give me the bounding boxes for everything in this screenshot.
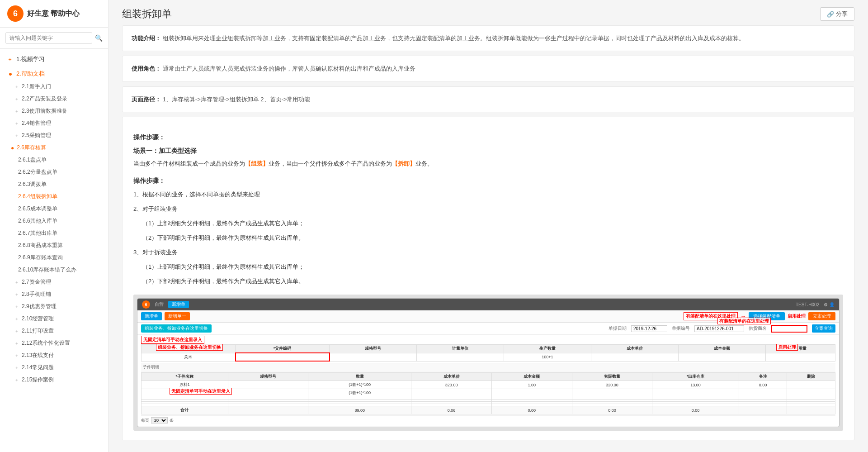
sidebar-item-custom[interactable]: ＋ 2.12系统个性化设置 (0, 337, 108, 349)
ss-parent-table: *父件名称 *父件编码 规格型号 计量单位 生产数量 成本单价 成本金额 可用量 (141, 344, 835, 362)
sidebar-item-split-count[interactable]: 2.6.2分量盘点单 (0, 166, 108, 178)
ss-new-tab[interactable]: 新增单 (168, 301, 189, 308)
path-text: 1、库存核算->库存管理->组装拆卸单 2、首页->常用功能 (163, 96, 311, 103)
plus-icon-small: ＋ (14, 328, 19, 334)
search-button[interactable]: 🔍 (95, 34, 103, 42)
plus-icon-small: ＋ (14, 133, 19, 139)
sidebar-item-other-out[interactable]: 2.6.7其他出库单 (0, 227, 108, 239)
ss-annotation-manual: 无固定清单可手动在这里录入 (141, 336, 204, 344)
table-row: 关木 100+1 (142, 353, 835, 361)
ss-page-size[interactable]: 20 (151, 417, 168, 423)
highlight-disassembly: 【拆卸】 (392, 160, 415, 167)
scenario1-heading: 场景一：加工类型选择 (133, 147, 843, 155)
sidebar-item-ledger-check[interactable]: 2.6.9库存账本查询 (0, 252, 108, 264)
nav-tree: ＋ 1.视频学习 ● 2.帮助文档 ＋ 2.1新手入门 ＋ 2.2产品安装及登录 (0, 49, 108, 452)
table-row: 原料1 (1套+1)*100 320.00 1.00 320.00 13.00 … (142, 381, 835, 389)
step3-sub1: （1）上部明细为父件明细，最终作为原材料生成其它出库单； (142, 261, 843, 273)
ss-btn-confirm[interactable]: 立案处理 (808, 312, 835, 320)
ss-logo: 6 (142, 300, 150, 309)
table-row: 原料2 (1套+1)*100 (142, 389, 835, 397)
intro-text: 组装拆卸单用来处理企业组装或拆卸等加工业务，支持有固定装配清单的产品加工业务，也… (163, 35, 745, 42)
sidebar-item-purchase-label: 2.5采购管理 (22, 132, 51, 139)
ss-date-input[interactable] (631, 325, 667, 332)
table-footer-row: 合计 89.00 0.06 0.00 0.00 0.00 (142, 406, 835, 414)
ss-btn-prev[interactable]: 新增单一 (165, 312, 190, 320)
ss-annotation-right: 启用处理 (788, 313, 806, 319)
search-box: 🔍 (0, 28, 108, 49)
step1: 1、根据不同的业务，选择不同单据的类型来处理 (133, 189, 843, 200)
ss-id-input[interactable] (694, 325, 744, 332)
ss-pagination: 每页 (141, 418, 149, 423)
sidebar-item-purchase[interactable]: ＋ 2.5采购管理 (0, 129, 108, 142)
sidebar-item-data-prep[interactable]: ＋ 2.3使用前数据准备 (0, 105, 108, 117)
ops-heading: 操作步骤： (133, 133, 843, 142)
scenario1-desc: 当由多个子件材料组装成一个成品的业务为【组装】业务，当由一个父件拆分成多个子产品… (133, 158, 843, 170)
step2-sub1: （1）上部明细为父件明细，最终作为产成品生成其它入库单； (142, 218, 843, 229)
plus-icon-small: ＋ (14, 304, 19, 310)
sidebar-item-faq[interactable]: ＋ 2.14常见问题 (0, 362, 108, 374)
share-button[interactable]: 🔗 分享 (820, 7, 854, 21)
sidebar-item-ledger-error[interactable]: 2.6.10库存账本错了么办 (0, 264, 108, 276)
plus-icon: ＋ (7, 56, 14, 63)
plus-icon-small: ＋ (14, 120, 19, 127)
plus-icon-small: ＋ (14, 96, 19, 102)
sidebar-item-stock-count[interactable]: 2.6.1盘点单 (0, 154, 108, 166)
steps-heading: 操作步骤： (133, 177, 843, 185)
role-block: 使用角色： 通常由生产人员或库管人员完成拆装业务的操作，库管人员确认原材料的出库… (122, 56, 854, 81)
step3: 3、对于拆装业务 (133, 247, 843, 258)
step2: 2、对于组装业务 (133, 203, 843, 215)
plus-icon-small: ＋ (14, 377, 19, 383)
sidebar-header: 6 好生意 帮助中心 (0, 0, 108, 28)
ss-icons: ⚙ 👤 (824, 302, 835, 307)
content-area: 功能介绍： 组装拆卸单用来处理企业组装或拆卸等加工业务，支持有固定装配清单的产品… (108, 25, 868, 452)
page-title: 组装拆卸单 (122, 7, 172, 21)
plus-icon-small: ＋ (14, 316, 19, 322)
intro-block: 功能介绍： 组装拆卸单用来处理企业组装或拆卸等加工业务，支持有固定装配清单的产品… (122, 25, 854, 51)
sidebar-item-video[interactable]: ＋ 1.视频学习 (0, 52, 108, 66)
nav-section-help-doc: ● 2.帮助文档 ＋ 2.1新手入门 ＋ 2.2产品安装及登录 ＋ 2.3使用前… (0, 67, 108, 386)
nav-sub-items-help-doc: ＋ 2.1新手入门 ＋ 2.2产品安装及登录 ＋ 2.3使用前数据准备 ＋ 2.… (0, 81, 108, 386)
sidebar-item-capital[interactable]: ＋ 2.7资金管理 (0, 276, 108, 288)
sidebar-item-install[interactable]: ＋ 2.2产品安装及登录 (0, 93, 108, 105)
sidebar-item-newbie[interactable]: ＋ 2.1新手入门 (0, 81, 108, 93)
nav-section-video: ＋ 1.视频学习 (0, 52, 108, 66)
annotation-overlay-switch: 组装业务、拆卸业务在这里切换 (156, 343, 223, 351)
sidebar-item-print[interactable]: ＋ 2.11打印设置 (0, 325, 108, 337)
step3-sub2: （2）下部明细为子件明细，最终作为产成品生成其它入库单。 (142, 276, 843, 287)
sidebar-item-sales[interactable]: ＋ 2.4销售管理 (0, 117, 108, 129)
ss-field-label1: 单据日期 (609, 325, 627, 332)
ss-page-info: 条 (170, 418, 174, 423)
nav-sub-sub-items-inventory: 2.6.1盘点单 2.6.2分量盘点单 2.6.3调拨单 2.6.4组装拆卸单 … (0, 154, 108, 276)
ss-title: 自营 (155, 301, 164, 308)
sidebar-item-other-in[interactable]: 2.6.6其他入库单 (0, 215, 108, 227)
sidebar-item-cost-calc[interactable]: 2.6.8商品成本重算 (0, 239, 108, 252)
ss-search-field: 供货商名 (749, 325, 767, 332)
ss-btn-new[interactable]: 新增单 (141, 312, 162, 320)
plus-icon-small: ＋ (14, 340, 19, 347)
sidebar-item-help-doc[interactable]: ● 2.帮助文档 (0, 67, 108, 81)
app-title: 好生意 帮助中心 (27, 9, 80, 19)
logo-icon: 6 (7, 5, 24, 22)
sidebar-item-newbie-label: 2.1新手入门 (22, 83, 51, 90)
sidebar-item-inventory[interactable]: ● 2.6库存核算 (0, 142, 108, 154)
plus-icon-small: ＋ (14, 365, 19, 371)
ss-type-switch: 组装业务、拆卸业务在这里切换 (141, 324, 212, 333)
sidebar-item-adjust[interactable]: 2.6.3调拨单 (0, 178, 108, 190)
sidebar-item-cases[interactable]: ＋ 2.15操作案例 (0, 374, 108, 386)
sidebar-item-install-label: 2.2产品安装及登录 (22, 95, 67, 103)
plus-icon-small: ＋ (14, 279, 19, 285)
step2-sub2: （2）下部明细为子件明细，最终作为原材料生成其它出库单。 (142, 232, 843, 244)
sidebar-item-online-pay[interactable]: ＋ 2.13在线支付 (0, 349, 108, 362)
plus-icon-small: ＋ (14, 84, 19, 90)
sidebar-item-coupon[interactable]: ＋ 2.9优惠券管理 (0, 300, 108, 313)
sidebar-item-operation[interactable]: ＋ 2.10经营管理 (0, 313, 108, 325)
annotation-overlay-enable: 启用处理 (776, 343, 798, 351)
sidebar-item-assembly[interactable]: 2.6.4组装拆卸单 (0, 190, 108, 203)
sidebar-item-cost-adjust[interactable]: 2.6.5成本调整单 (0, 203, 108, 215)
search-input[interactable] (5, 32, 92, 44)
sidebar-item-mobile[interactable]: ＋ 2.8手机旺铺 (0, 288, 108, 300)
sidebar-item-data-prep-label: 2.3使用前数据准备 (22, 107, 67, 115)
ss-supplier-input[interactable] (771, 325, 807, 333)
sidebar-item-video-label: 1.视频学习 (16, 55, 45, 63)
ss-search-btn[interactable]: 立案查询 (812, 324, 835, 333)
